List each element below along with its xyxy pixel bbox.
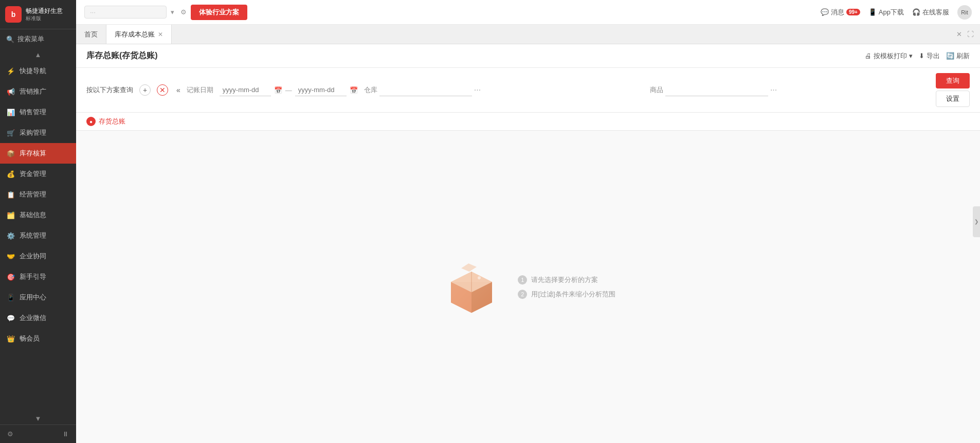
setting-button[interactable]: 设置 (936, 91, 970, 107)
sidebar-item-marketing[interactable]: 📢 营销推广 (0, 81, 76, 102)
message-btn[interactable]: 💬 消息 99+ (821, 8, 860, 17)
message-badge: 99+ (846, 9, 860, 15)
date-from-input[interactable] (220, 84, 271, 96)
system-icon: ⚙️ (6, 231, 15, 240)
sidebar-item-inventory[interactable]: 📦 库存核算 (0, 143, 76, 164)
query-button[interactable]: 查询 (936, 73, 970, 88)
page-header-actions: 🖨 按模板打印 ▾ ⬇ 导出 🔄 刷新 (865, 51, 970, 61)
empty-state: 1 请先选择要分析的方案 2 用[过滤]条件来缩小分析范围 (441, 256, 615, 318)
product-label: 商品 (650, 85, 663, 95)
main-area: ··· ▾ ⚙ 体验行业方案 💬 消息 99+ 📱 App下载 🎧 在线客服 R… (76, 0, 980, 443)
date-range-input: 📅 — 📅 (220, 84, 358, 96)
topbar: ··· ▾ ⚙ 体验行业方案 💬 消息 99+ 📱 App下载 🎧 在线客服 R… (76, 0, 980, 25)
tab-home[interactable]: 首页 (76, 25, 106, 44)
page-title: 库存总账(存货总账) (86, 50, 158, 61)
topbar-search-box[interactable]: ··· (84, 6, 167, 19)
export-button[interactable]: ⬇ 导出 (919, 51, 940, 61)
date-label: 记账日期 (187, 85, 213, 95)
scheme-item[interactable]: ● 存货总账 (86, 117, 125, 126)
online-service-btn[interactable]: 🎧 在线客服 (912, 8, 949, 17)
print-button[interactable]: 🖨 按模板打印 ▾ (865, 51, 913, 61)
topbar-right: 💬 消息 99+ 📱 App下载 🎧 在线客服 Rit (821, 5, 972, 20)
industry-solution-button[interactable]: 体验行业方案 (191, 5, 247, 20)
operation-icon: 📋 (6, 190, 15, 199)
sidebar-item-member[interactable]: 👑 畅会员 (0, 328, 76, 349)
filter-clear-button[interactable]: ✕ (157, 84, 168, 96)
product-more-icon[interactable]: ··· (770, 85, 777, 95)
sidebar-bottom: ⚙ ⏸ (0, 424, 76, 443)
empty-illustration (441, 256, 502, 318)
sidebar-item-basic[interactable]: 🗂️ 基础信息 (0, 205, 76, 225)
app-download-btn[interactable]: 📱 App下载 (868, 8, 904, 17)
topbar-gear-icon[interactable]: ⚙ (180, 8, 187, 16)
scheme-label: 存货总账 (99, 117, 125, 126)
topbar-search-area: ··· ▾ ⚙ 体验行业方案 (84, 5, 814, 20)
sidebar-item-quick-nav[interactable]: ⚡ 快捷导航 (0, 61, 76, 81)
svg-point-5 (478, 276, 481, 279)
marketing-icon: 📢 (6, 87, 15, 96)
service-icon: 🎧 (912, 8, 920, 16)
product-filter: 商品 ··· (650, 84, 930, 96)
sidebar-item-wechat[interactable]: 💬 企业微信 (0, 308, 76, 328)
empty-tips: 1 请先选择要分析的方案 2 用[过滤]条件来缩小分析范围 (518, 275, 615, 299)
warehouse-input[interactable] (379, 84, 472, 96)
sidebar: b 畅捷通好生意 标准版 🔍 搜索菜单 ▲ ⚡ 快捷导航 📢 营销推广 📊 销售… (0, 0, 76, 443)
member-icon: 👑 (6, 334, 15, 343)
filter-collapse-btn[interactable]: « (176, 86, 180, 94)
scroll-down-btn[interactable]: ▼ (0, 413, 76, 424)
query-actions: 查询 设置 (936, 73, 970, 107)
chevron-right-icon: ❯ (974, 219, 978, 224)
product-input[interactable] (665, 84, 768, 96)
guide-icon: 🎯 (6, 272, 15, 281)
cal-from-icon[interactable]: 📅 (274, 86, 282, 94)
filter-add-button[interactable]: + (139, 84, 151, 96)
filter-label: 按以下方案查询 (86, 85, 133, 95)
sidebar-search[interactable]: 🔍 搜索菜单 (0, 29, 76, 49)
phone-icon: 📱 (868, 8, 877, 16)
cal-to-icon[interactable]: 📅 (350, 86, 358, 94)
user-avatar[interactable]: Rit (957, 5, 972, 20)
warehouse-more-icon[interactable]: ··· (474, 85, 481, 95)
sidebar-item-sales[interactable]: 📊 销售管理 (0, 102, 76, 122)
sidebar-toggle-icon[interactable]: ⏸ (62, 430, 69, 438)
tip-num-1: 1 (518, 275, 527, 285)
refresh-button[interactable]: 🔄 刷新 (946, 51, 970, 61)
empty-tip-1: 1 请先选择要分析的方案 (518, 275, 615, 285)
logo-icon: b (5, 6, 22, 23)
logo-text: 畅捷通好生意 标准版 (26, 7, 63, 23)
sidebar-item-operation[interactable]: 📋 经营管理 (0, 184, 76, 205)
wechat-icon: 💬 (6, 313, 15, 323)
sidebar-item-guide[interactable]: 🎯 新手引导 (0, 267, 76, 287)
tip-num-2: 2 (518, 290, 527, 299)
tabbar: 首页 库存成本总账 ✕ ✕ ⛶ (76, 25, 980, 44)
sales-icon: 📊 (6, 108, 15, 117)
print-icon: 🖨 (865, 52, 872, 60)
svg-marker-7 (461, 262, 477, 272)
app-center-icon: 📱 (6, 293, 15, 302)
panel-area: 库存总账(存货总账) 🖨 按模板打印 ▾ ⬇ 导出 🔄 刷新 按以下方案查询 (76, 44, 980, 443)
empty-tip-2: 2 用[过滤]条件来缩小分析范围 (518, 290, 615, 299)
sidebar-item-cooperation[interactable]: 🤝 企业协同 (0, 246, 76, 267)
tab-close-icon[interactable]: ✕ (158, 31, 163, 38)
export-icon: ⬇ (919, 52, 924, 60)
close-panel-icon[interactable]: ✕ (956, 30, 962, 38)
warehouse-filter: 仓库 ··· (364, 84, 644, 96)
sidebar-item-system[interactable]: ⚙️ 系统管理 (0, 225, 76, 246)
settings-icon[interactable]: ⚙ (7, 430, 13, 438)
quick-nav-icon: ⚡ (6, 66, 15, 76)
scheme-bar: ● 存货总账 (76, 113, 980, 131)
purchase-icon: 🛒 (6, 128, 15, 137)
date-to-input[interactable] (295, 84, 347, 96)
scroll-up-btn[interactable]: ▲ (0, 49, 76, 61)
sidebar-item-app-center[interactable]: 📱 应用中心 (0, 287, 76, 308)
sidebar-item-purchase[interactable]: 🛒 采购管理 (0, 122, 76, 143)
right-panel-toggle[interactable]: ❯ (973, 206, 980, 237)
refresh-icon: 🔄 (946, 52, 954, 60)
sidebar-item-finance[interactable]: 💰 资金管理 (0, 164, 76, 184)
message-icon: 💬 (821, 8, 829, 16)
tab-inventory-cost[interactable]: 库存成本总账 ✕ (106, 25, 172, 44)
content-area: 1 请先选择要分析的方案 2 用[过滤]条件来缩小分析范围 (76, 131, 980, 443)
topbar-dropdown-icon[interactable]: ▾ (171, 8, 174, 16)
warehouse-label: 仓库 (364, 85, 377, 95)
expand-icon[interactable]: ⛶ (967, 30, 974, 38)
